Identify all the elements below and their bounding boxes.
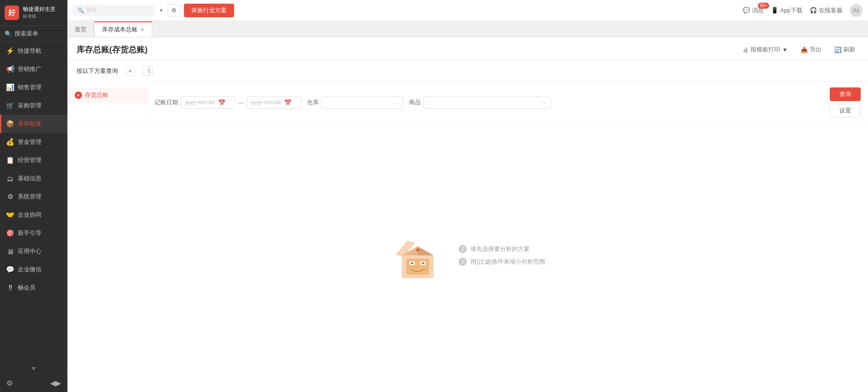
sidebar-item-cooperation[interactable]: 🤝企业协同 [0,206,67,224]
nav-icon-finance: 💰 [6,138,14,146]
query-fields: 记账日期 yyyy-mm-dd 📅 — yyyy-mm-dd 📅 仓库 [147,82,830,123]
industry-btn[interactable]: 体验行业方案 [184,4,234,17]
sidebar-footer: ⚙ ◀▶ [0,374,67,392]
page-header: 库存总账(存货总账) 🖨 按模板打印 ▼ 📤 导出 🔄 刷新 [67,37,868,61]
warehouse-field-group: 仓库 ··· [307,97,403,109]
nav-icon-newbie: 🎯 [6,229,14,237]
empty-content: 1 请先选择要分析的方案 2 用[过滤]条件来缩小分析范围 [390,230,545,285]
message-btn[interactable]: 💬 消息 99+ [743,6,764,15]
refresh-btn[interactable]: 🔄 刷新 [831,44,859,56]
svg-rect-7 [411,262,414,264]
filter-add-btn[interactable]: ＋ [125,66,135,76]
nav-icon-member: 🎖 [6,284,14,292]
step-num-2: 2 [459,258,467,266]
date-field-group: 记账日期 yyyy-mm-dd 📅 — yyyy-mm-dd 📅 [154,97,301,109]
more-icon: ··· [542,99,547,106]
svg-rect-4 [406,259,429,275]
main-content: 🔍 搜索 ▼ ⚙ 体验行业方案 💬 消息 99+ 📱 App下载 🎧 在线客服 [67,0,868,392]
sidebar-item-member[interactable]: 🎖畅会员 [0,279,67,297]
svg-marker-2 [418,246,434,255]
warehouse-input[interactable]: ··· [322,97,403,109]
sidebar-item-operations[interactable]: 📋经营管理 [0,151,67,169]
topbar-chevron[interactable]: ▼ [158,7,164,14]
date-end-input[interactable]: yyyy-mm-dd 📅 [247,97,301,109]
print-btn[interactable]: 🖨 按模板打印 ▼ [739,44,791,56]
nav-icon-purchase: 🛒 [6,102,14,110]
nav-icon-quick-nav: ⚡ [6,47,14,55]
date-field-label: 记账日期 [154,98,178,107]
scheme-item-inventory[interactable]: ● 存货总账 [67,87,147,103]
sidebar-item-wechat[interactable]: 💬企业微信 [0,260,67,279]
empty-text: 1 请先选择要分析的方案 2 用[过滤]条件来缩小分析范围 [459,245,545,270]
sidebar-item-basic-info[interactable]: 🗂基础信息 [0,169,67,188]
empty-step-2: 2 用[过滤]条件来缩小分析范围 [459,258,545,266]
settings-icon[interactable]: ⚙ [6,379,13,387]
sidebar-item-marketing[interactable]: 📢营销推广 [0,60,67,78]
refresh-icon: 🔄 [834,46,842,53]
nav-icon-inventory: 📦 [6,120,14,128]
sidebar-item-system[interactable]: ⚙系统管理 [0,188,67,206]
tab-home[interactable]: 首页 [67,22,94,37]
filter-main: ● 存货总账 记账日期 yyyy-mm-dd 📅 — yyyy-mm-dd 📅 [67,82,868,123]
topbar-right: 💬 消息 99+ 📱 App下载 🎧 在线客服 Rit [743,4,863,17]
topbar-gear[interactable]: ⚙ [168,4,180,17]
message-icon: 💬 [743,7,750,14]
tab-bar: 首页 库存成本总账 ✕ [67,21,868,37]
goods-field-label: 商品 [409,98,421,107]
sidebar-item-app-center[interactable]: 🖥应用中心 [0,242,67,260]
nav-icon-cooperation: 🤝 [6,211,14,219]
sidebar-scroll-down[interactable]: ▼ [0,363,67,374]
sidebar: 好 畅捷通好生意 标准版 🔍 搜索菜单 ⚡快捷导航📢营销推广📊销售管理🛒采购管理… [0,0,67,392]
settings-btn[interactable]: 设置 [830,104,861,117]
filter-collapse-btn[interactable]: 《 [143,66,153,76]
export-btn[interactable]: 📤 导出 [797,44,825,56]
topbar: 🔍 搜索 ▼ ⚙ 体验行业方案 💬 消息 99+ 📱 App下载 🎧 在线客服 [67,0,868,21]
scheme-dot-icon: ● [75,92,82,99]
nav-icon-system: ⚙ [6,193,14,201]
query-btn[interactable]: 查询 [830,87,861,101]
logo-icon: 好 [5,5,19,20]
page-area: 库存总账(存货总账) 🖨 按模板打印 ▼ 📤 导出 🔄 刷新 按以下方案查 [67,37,868,392]
sidebar-item-purchase[interactable]: 🛒采购管理 [0,97,67,115]
nav-icon-basic-info: 🗂 [6,175,14,183]
app-download-btn[interactable]: 📱 App下载 [771,6,802,15]
export-icon: 📤 [801,46,808,53]
svg-point-10 [416,249,419,251]
page-title: 库存总账(存货总账) [77,44,148,55]
sidebar-nav: ⚡快捷导航📢营销推广📊销售管理🛒采购管理📦库存核算💰资金管理📋经营管理🗂基础信息… [0,42,67,363]
print-icon: 🖨 [743,46,749,53]
sidebar-item-sales[interactable]: 📊销售管理 [0,78,67,97]
empty-step-1: 1 请先选择要分析的方案 [459,245,545,253]
warehouse-field-label: 仓库 [307,98,319,107]
tab-close-icon[interactable]: ✕ [140,27,144,33]
topbar-search[interactable]: 🔍 搜索 [73,5,155,16]
date-start-input[interactable]: yyyy-mm-dd 📅 [181,97,235,109]
calendar-icon: 📅 [284,99,291,106]
search-menu[interactable]: 🔍 搜索菜单 [0,26,67,42]
sidebar-item-inventory[interactable]: 📦库存核算 [0,115,67,133]
goods-field-group: 商品 ··· [409,97,551,109]
nav-icon-sales: 📊 [6,83,14,92]
sidebar-item-finance[interactable]: 💰资金管理 [0,133,67,151]
tab-inventory-ledger[interactable]: 库存成本总账 ✕ [94,21,152,37]
nav-icon-marketing: 📢 [6,65,14,73]
sidebar-item-quick-nav[interactable]: ⚡快捷导航 [0,42,67,60]
search-icon: 🔍 [77,7,84,14]
headphone-icon: 🎧 [810,7,817,14]
phone-icon: 📱 [771,7,778,14]
svg-rect-8 [422,262,424,264]
nav-icon-operations: 📋 [6,156,14,164]
filter-area: 按以下方案查询 ＋ 《 [67,61,868,82]
search-icon: 🔍 [5,31,12,37]
sidebar-item-newbie[interactable]: 🎯新手引导 [0,224,67,242]
logo-text: 畅捷通好生意 标准版 [23,6,56,20]
scheme-panel: ● 存货总账 [67,82,147,123]
collapse-icon[interactable]: ◀▶ [50,379,61,387]
user-avatar[interactable]: Rit [850,4,863,17]
goods-input[interactable]: ··· [424,97,551,109]
online-service-btn[interactable]: 🎧 在线客服 [810,6,842,15]
topbar-left: 🔍 搜索 ▼ ⚙ 体验行业方案 [73,4,739,17]
empty-illustration [390,230,445,285]
query-actions: 查询 设置 [830,82,868,123]
calendar-icon: 📅 [218,99,225,106]
